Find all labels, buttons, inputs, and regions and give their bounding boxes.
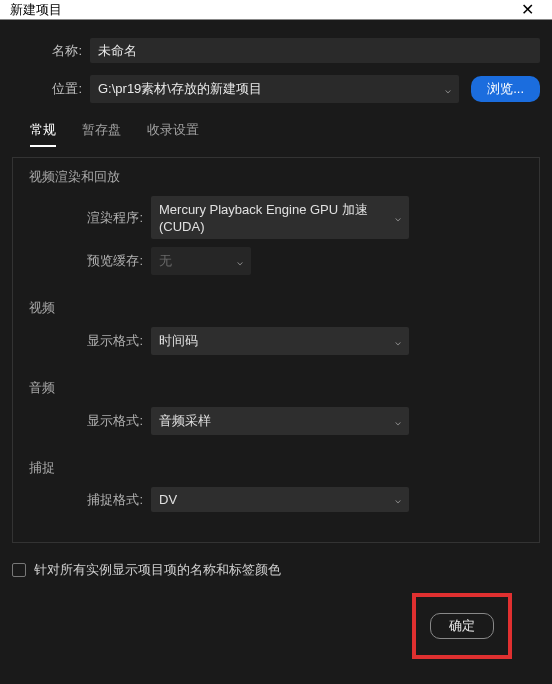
close-icon[interactable]: ✕ (512, 0, 542, 19)
tabs: 常规 暂存盘 收录设置 (12, 115, 540, 147)
preview-cache-label: 预览缓存: (29, 252, 151, 270)
dialog-body: 名称: 位置: G:\pr19素材\存放的新建项目 ⌵ 浏览... 常规 暂存盘… (0, 20, 552, 684)
chevron-down-icon: ⌵ (445, 84, 451, 95)
renderer-row: 渲染程序: Mercury Playback Engine GPU 加速 (CU… (29, 196, 523, 239)
audio-format-row: 显示格式: 音频采样 ⌵ (29, 407, 523, 435)
capture-format-label: 捕捉格式: (29, 491, 151, 509)
renderer-label: 渲染程序: (29, 209, 151, 227)
preview-cache-row: 预览缓存: 无 ⌵ (29, 247, 523, 275)
name-row: 名称: (12, 38, 540, 63)
section-audio: 音频 显示格式: 音频采样 ⌵ (29, 379, 523, 435)
new-project-dialog: 新建项目 ✕ 名称: 位置: G:\pr19素材\存放的新建项目 ⌵ 浏览...… (0, 0, 552, 684)
section-render: 视频渲染和回放 渲染程序: Mercury Playback Engine GP… (29, 168, 523, 275)
chevron-down-icon: ⌵ (395, 416, 401, 427)
location-value: G:\pr19素材\存放的新建项目 (98, 80, 262, 98)
project-name-input[interactable] (90, 38, 540, 63)
dialog-footer: 确定 (12, 579, 540, 677)
renderer-value: Mercury Playback Engine GPU 加速 (CUDA) (159, 201, 395, 234)
location-select[interactable]: G:\pr19素材\存放的新建项目 ⌵ (90, 75, 459, 103)
chevron-down-icon: ⌵ (395, 336, 401, 347)
renderer-select[interactable]: Mercury Playback Engine GPU 加速 (CUDA) ⌵ (151, 196, 409, 239)
section-video: 视频 显示格式: 时间码 ⌵ (29, 299, 523, 355)
video-format-select[interactable]: 时间码 ⌵ (151, 327, 409, 355)
tab-ingest-settings[interactable]: 收录设置 (147, 121, 199, 147)
location-row: 位置: G:\pr19素材\存放的新建项目 ⌵ 浏览... (12, 75, 540, 103)
capture-format-value: DV (159, 492, 177, 507)
section-capture: 捕捉 捕捉格式: DV ⌵ (29, 459, 523, 512)
name-label: 名称: (12, 42, 90, 60)
chevron-down-icon: ⌵ (395, 494, 401, 505)
preview-cache-select: 无 ⌵ (151, 247, 251, 275)
tab-general[interactable]: 常规 (30, 121, 56, 147)
checkbox-icon[interactable] (12, 563, 26, 577)
capture-format-row: 捕捉格式: DV ⌵ (29, 487, 523, 512)
tab-scratch-disks[interactable]: 暂存盘 (82, 121, 121, 147)
section-video-title: 视频 (29, 299, 523, 317)
chevron-down-icon: ⌵ (237, 256, 243, 267)
preview-cache-value: 无 (159, 252, 172, 270)
ok-button[interactable]: 确定 (430, 613, 494, 639)
audio-format-value: 音频采样 (159, 412, 211, 430)
audio-format-select[interactable]: 音频采样 ⌵ (151, 407, 409, 435)
browse-button[interactable]: 浏览... (471, 76, 540, 102)
titlebar: 新建项目 ✕ (0, 0, 552, 20)
general-panel: 视频渲染和回放 渲染程序: Mercury Playback Engine GP… (12, 157, 540, 543)
audio-format-label: 显示格式: (29, 412, 151, 430)
section-render-title: 视频渲染和回放 (29, 168, 523, 186)
chevron-down-icon: ⌵ (395, 212, 401, 223)
section-audio-title: 音频 (29, 379, 523, 397)
video-format-value: 时间码 (159, 332, 198, 350)
show-names-checkbox-row[interactable]: 针对所有实例显示项目项的名称和标签颜色 (12, 561, 540, 579)
capture-format-select[interactable]: DV ⌵ (151, 487, 409, 512)
ok-highlight-box: 确定 (412, 593, 512, 659)
video-format-label: 显示格式: (29, 332, 151, 350)
section-capture-title: 捕捉 (29, 459, 523, 477)
dialog-title: 新建项目 (10, 1, 512, 19)
location-label: 位置: (12, 80, 90, 98)
video-format-row: 显示格式: 时间码 ⌵ (29, 327, 523, 355)
checkbox-label: 针对所有实例显示项目项的名称和标签颜色 (34, 561, 281, 579)
